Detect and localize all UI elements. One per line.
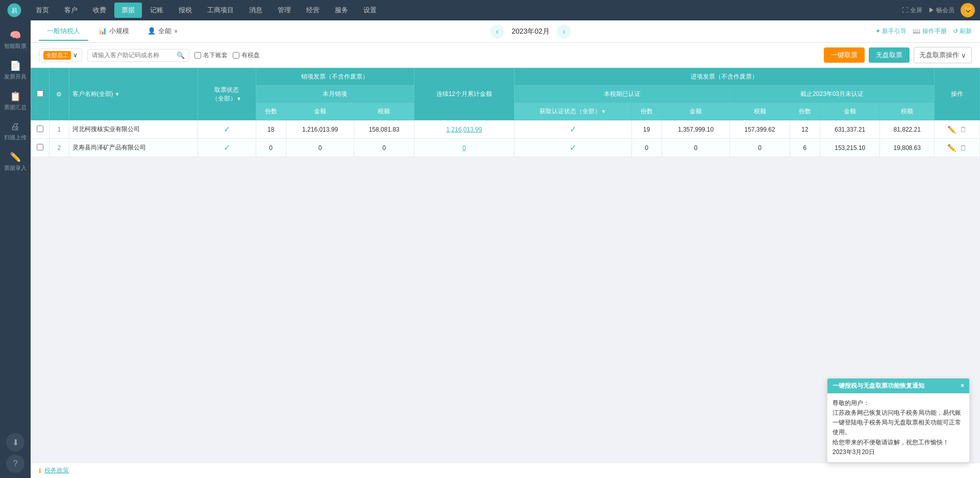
row-purchase-amount: 0 <box>662 139 729 157</box>
sidebar-label: 票据汇总 <box>4 104 27 111</box>
manual-btn[interactable]: 📖 操作手册 <box>913 27 946 36</box>
nav-item-记账[interactable]: 记账 <box>143 3 170 18</box>
row-purchase-tax: 0 <box>730 139 790 157</box>
sidebar-label: 票据录入 <box>4 164 27 172</box>
diskless-ops-btn[interactable]: 无盘取票操作 ∨ <box>914 47 972 63</box>
sales-12m-link[interactable]: 0 <box>462 144 466 152</box>
th-operations: 操作 <box>935 68 980 120</box>
row-checkbox[interactable] <box>37 144 43 150</box>
nav-item-经营[interactable]: 经营 <box>299 3 327 18</box>
employee-select[interactable]: 全部员工 ∨ <box>39 48 82 62</box>
th-uncert-amount: 金额 <box>820 103 880 120</box>
row-cancel-status: ✓ <box>198 139 256 157</box>
nav-item-服务[interactable]: 服务 <box>328 3 355 18</box>
nav-item-收费[interactable]: 收费 <box>86 3 113 18</box>
tab-small-scale[interactable]: 📊 小规模 <box>90 22 137 41</box>
edit-icon[interactable]: ✏️ <box>947 144 956 152</box>
tab-general-label: 一般纳税人 <box>47 27 80 36</box>
sub-account-checkbox-label: 名下账套 <box>194 51 228 60</box>
row-purchase-tax: 157,399.62 <box>730 120 790 139</box>
customer-filter[interactable]: ▼ <box>115 91 120 97</box>
notification-body: 尊敬的用户： 江苏政务网已恢复访问电子税务局功能，易代账一键登陆电子税务局与无盘… <box>827 393 969 462</box>
view-icon[interactable]: 🗒 <box>960 125 967 134</box>
sidebar-item-发票开具[interactable]: 📄发票开具 <box>2 56 29 85</box>
row-number: 2 <box>50 139 69 157</box>
tax-disk-label: 有税盘 <box>241 51 260 60</box>
row-checkbox[interactable] <box>37 125 43 132</box>
sidebar: 🧠智能取票📄发票开具📋票据汇总🖨扫描上传✏️票据录入 ⬇ ? <box>0 20 31 478</box>
tab-all-chevron: ∨ <box>174 28 178 34</box>
employee-tag: 全部员工 <box>43 51 71 60</box>
sidebar-icon: 🖨 <box>11 121 20 132</box>
sidebar-icon: 📋 <box>10 91 21 102</box>
nav-item-管理[interactable]: 管理 <box>271 3 298 18</box>
sidebar-item-票据汇总[interactable]: 📋票据汇总 <box>2 87 29 115</box>
tax-disk-checkbox[interactable] <box>233 52 239 59</box>
refresh-btn[interactable]: ↺ 刷新 <box>953 27 972 36</box>
th-settings: ⚙ <box>50 68 69 120</box>
row-uncert-amount: 631,337.21 <box>820 120 880 139</box>
nav-item-报税[interactable]: 报税 <box>172 3 199 18</box>
search-input[interactable] <box>92 52 175 59</box>
certify-filter[interactable]: ▼ <box>601 109 606 114</box>
nav-item-票据[interactable]: 票据 <box>114 3 142 18</box>
next-month-btn[interactable]: › <box>557 24 571 39</box>
prev-month-btn[interactable]: ‹ <box>490 24 504 39</box>
th-sales-invoice: 销项发票（不含作废票） <box>256 68 414 86</box>
sidebar-icon: ✏️ <box>10 152 21 163</box>
tax-policy-link[interactable]: 税务政策 <box>44 466 69 475</box>
row-uncert-tax: 81,822.21 <box>880 120 935 139</box>
nav-item-工商项目[interactable]: 工商项目 <box>200 3 241 18</box>
edit-icon[interactable]: ✏️ <box>947 125 956 134</box>
row-sales-12m: 0 <box>414 139 514 157</box>
th-purchase-invoice: 进项发票（不含作废票） <box>514 68 935 86</box>
search-icon[interactable]: 🔍 <box>177 52 185 59</box>
sidebar-icon: 🧠 <box>10 30 21 41</box>
row-uncert-qty: 12 <box>790 120 820 139</box>
sidebar-item-扫描上传[interactable]: 🖨扫描上传 <box>2 117 29 145</box>
nav-item-消息[interactable]: 消息 <box>242 3 270 18</box>
notification-popup: 一键报税与无盘取票功能恢复通知 × 尊敬的用户： 江苏政务网已恢复访问电子税务局… <box>827 378 970 463</box>
row-checkbox-cell <box>31 139 50 157</box>
row-customer-name: 河北柯搜核实业有限公司 <box>69 120 198 139</box>
nav-item-首页[interactable]: 首页 <box>29 3 56 18</box>
notification-header: 一键报税与无盘取票功能恢复通知 × <box>827 379 969 393</box>
sidebar-download-btn[interactable]: ⬇ <box>6 433 24 451</box>
row-actions: ✏️ 🗒 <box>935 120 980 139</box>
certify-status-icon: ✓ <box>570 125 576 134</box>
nav-item-设置[interactable]: 设置 <box>356 3 384 18</box>
row-purchase-qty: 19 <box>631 120 662 139</box>
tab-general-taxpayer[interactable]: 一般纳税人 <box>39 22 88 41</box>
row-purchase-qty: 0 <box>631 139 662 157</box>
row-checkbox-cell <box>31 120 50 139</box>
table-row: 1 河北柯搜核实业有限公司 ✓ 18 1,216,013.99 158,081.… <box>31 120 980 139</box>
tab-all[interactable]: 👤 全能 ∨ <box>139 22 186 41</box>
one-click-fetch-btn[interactable]: 一键取票 <box>824 47 865 63</box>
new-guide-btn[interactable]: ✦ 新手引导 <box>875 27 906 36</box>
view-icon[interactable]: 🗒 <box>960 144 967 152</box>
row-purchase-amount: 1,357,999.10 <box>662 120 729 139</box>
sub-account-checkbox[interactable] <box>194 52 201 59</box>
sidebar-item-智能取票[interactable]: 🧠智能取票 <box>2 26 29 54</box>
user-avatar[interactable]: 🐱 <box>961 3 975 17</box>
sidebar-help-btn[interactable]: ? <box>6 455 24 473</box>
sidebar-icon: 📄 <box>10 60 21 71</box>
invoice-table: ⚙ 客户名称(全部) ▼ 取票状态（全部）▼ 销项发票（不含作废票） 连续12个… <box>31 68 980 157</box>
member-btn[interactable]: ▶ 畅会员 <box>928 6 954 15</box>
select-all-checkbox[interactable] <box>37 90 43 97</box>
th-purchase-tax: 税额 <box>730 103 790 120</box>
th-purchase-qty: 份数 <box>631 103 662 120</box>
th-current-month: 本月销项 <box>256 86 414 103</box>
nav-item-客户[interactable]: 客户 <box>57 3 85 18</box>
tab-bar: 一般纳税人 📊 小规模 👤 全能 ∨ ‹ 2023年02月 › ✦ 新手引导 📖… <box>31 20 980 43</box>
notification-title: 一键报税与无盘取票功能恢复通知 <box>832 382 924 390</box>
tab-small-icon: 📊 <box>99 27 107 35</box>
th-customer: 客户名称(全部) ▼ <box>69 68 198 120</box>
sales-12m-link[interactable]: 1,216,013.99 <box>446 126 482 133</box>
cancel-filter[interactable]: ▼ <box>236 96 241 102</box>
fullscreen-btn[interactable]: ⛶ 全屏 <box>902 6 922 15</box>
notification-close-btn[interactable]: × <box>961 382 964 389</box>
tab-small-label: 小规模 <box>109 27 129 36</box>
sidebar-item-票据录入[interactable]: ✏️票据录入 <box>2 147 29 176</box>
diskless-fetch-btn[interactable]: 无盘取票 <box>869 47 910 63</box>
